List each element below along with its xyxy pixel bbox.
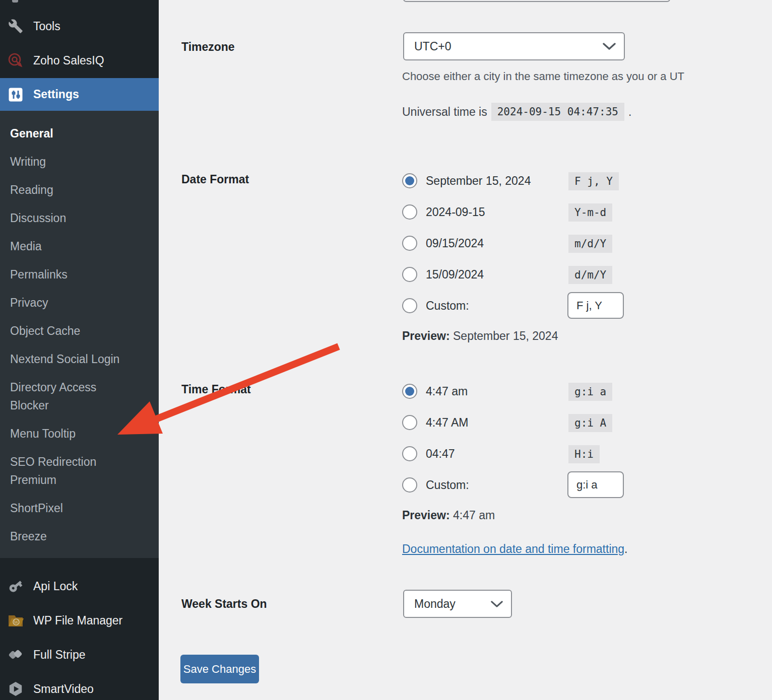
date-format-option-row: 2024-09-15 (402, 198, 485, 226)
date-option-label: 2024-09-15 (426, 205, 485, 219)
date-format-code: m/d/Y (568, 235, 612, 253)
settings-sliders-icon (7, 86, 24, 103)
sidebar-item-label: Full Stripe (33, 648, 86, 662)
radio-date-m-d-y[interactable] (402, 236, 417, 251)
universal-time-line: Universal time is 2024-09-15 04:47:35 . (402, 103, 631, 121)
time-format-option-row: 4:47 am (402, 377, 468, 405)
time-format-custom-row: Custom: (402, 471, 469, 499)
week-starts-on-label: Week Starts On (181, 597, 267, 611)
wrench-icon (7, 18, 24, 35)
admin-sidebar: Tools Zoho SalesIQ Settings (0, 0, 159, 700)
preview-label: Preview: (402, 329, 450, 342)
timezone-description: Choose either a city in the same timezon… (402, 70, 684, 83)
svg-text:W: W (14, 619, 19, 625)
submenu-item-writing[interactable]: Writing (0, 148, 159, 176)
date-format-code: F j, Y (568, 172, 619, 190)
documentation-suffix: . (624, 542, 627, 555)
date-format-custom-row: Custom: (402, 292, 469, 320)
time-format-option-row: 4:47 AM (402, 408, 468, 437)
documentation-link[interactable]: Documentation on date and time formattin… (402, 542, 624, 555)
date-format-custom-input[interactable] (567, 292, 624, 319)
time-format-custom-input[interactable] (567, 471, 624, 498)
time-format-label: Time Format (181, 383, 251, 396)
custom-label: Custom: (426, 299, 469, 313)
smartvideo-icon (7, 680, 24, 697)
submenu-item-directory-access-blocker[interactable]: Directory Access Blocker (0, 373, 116, 419)
chevron-down-icon (603, 40, 616, 53)
radio-time-g-i-a[interactable] (402, 384, 417, 399)
radio-date-y-m-d[interactable] (402, 204, 417, 220)
sidebar-item-smartvideo[interactable]: SmartVideo (0, 672, 159, 700)
submenu-item-discussion[interactable]: Discussion (0, 204, 159, 232)
universal-time-value: 2024-09-15 04:47:35 (491, 103, 624, 121)
universal-time-prefix: Universal time is (402, 105, 487, 119)
sidebar-item-label: SmartVideo (33, 682, 94, 696)
sidebar-item-full-stripe[interactable]: Full Stripe (0, 638, 159, 672)
date-format-code: Y-m-d (568, 203, 612, 222)
sidebar-item-label: WP File Manager (33, 614, 122, 627)
radio-date-custom[interactable] (402, 298, 417, 313)
submenu-item-breeze[interactable]: Breeze (0, 522, 159, 550)
full-stripe-icon (7, 646, 24, 663)
radio-date-f-j-y[interactable] (402, 173, 417, 188)
sidebar-item-tools[interactable]: Tools (0, 9, 159, 43)
sidebar-item-label: Tools (33, 20, 60, 33)
date-option-label: 09/15/2024 (426, 237, 484, 250)
preview-value: 4:47 am (453, 509, 495, 522)
documentation-line: Documentation on date and time formattin… (402, 542, 627, 556)
date-option-label: September 15, 2024 (426, 174, 531, 188)
date-option-label: 15/09/2024 (426, 268, 484, 282)
week-starts-on-select[interactable]: Monday (403, 590, 512, 618)
sidebar-item-wp-file-manager[interactable]: W WP File Manager (0, 603, 159, 638)
timezone-select-value: UTC+0 (414, 40, 452, 53)
preview-value: September 15, 2024 (453, 329, 558, 342)
radio-date-d-m-y[interactable] (402, 267, 417, 282)
time-format-code: g:i A (568, 414, 612, 432)
time-format-code: H:i (568, 445, 600, 463)
date-format-label: Date Format (181, 173, 249, 186)
submenu-item-shortpixel[interactable]: ShortPixel (0, 494, 159, 522)
sidebar-item-zoho-salesiq[interactable]: Zoho SalesIQ (0, 43, 159, 78)
sidebar-item-api-lock[interactable]: Api Lock (0, 569, 159, 603)
radio-time-g-i-A[interactable] (402, 415, 417, 430)
time-format-code: g:i a (568, 383, 612, 401)
sidebar-item-label: Settings (33, 88, 79, 101)
time-option-label: 4:47 am (426, 385, 468, 398)
time-option-label: 04:47 (426, 447, 455, 461)
submenu-item-permalinks[interactable]: Permalinks (0, 260, 159, 289)
timezone-select[interactable]: UTC+0 (403, 32, 625, 60)
preview-label: Preview: (402, 509, 450, 522)
timezone-label: Timezone (181, 40, 235, 54)
save-changes-button[interactable]: Save Changes (180, 655, 259, 683)
custom-label: Custom: (426, 478, 469, 492)
general-settings-content: Timezone UTC+0 Choose either a city in t… (159, 0, 772, 700)
settings-submenu: General Writing Reading Discussion Media… (0, 111, 159, 558)
submenu-item-privacy[interactable]: Privacy (0, 289, 159, 317)
key-icon (7, 578, 24, 595)
date-format-code: d/m/Y (568, 266, 612, 284)
submenu-item-nextend-social-login[interactable]: Nextend Social Login (0, 345, 159, 373)
chevron-down-icon (491, 597, 503, 611)
time-option-label: 4:47 AM (426, 416, 468, 430)
date-format-option-row: September 15, 2024 (402, 167, 531, 195)
week-select-value: Monday (414, 597, 456, 611)
sidebar-item-settings[interactable]: Settings (0, 78, 159, 111)
radio-time-custom[interactable] (402, 477, 417, 493)
date-format-option-row: 09/15/2024 (402, 229, 484, 257)
radio-time-H-i[interactable] (402, 446, 417, 461)
submenu-item-reading[interactable]: Reading (0, 176, 159, 204)
submenu-item-object-cache[interactable]: Object Cache (0, 317, 159, 345)
submenu-item-seo-redirection-premium[interactable]: SEO Redirection Premium (0, 448, 116, 494)
submenu-item-media[interactable]: Media (0, 232, 159, 260)
submenu-item-general[interactable]: General (0, 119, 159, 148)
sidebar-item-label: Zoho SalesIQ (33, 54, 104, 67)
time-format-option-row: 04:47 (402, 440, 455, 468)
zoho-salesiq-icon (7, 52, 24, 69)
date-format-preview: Preview: September 15, 2024 (402, 329, 558, 343)
universal-time-suffix: . (628, 105, 631, 119)
sidebar-item-label: Api Lock (33, 580, 78, 593)
partial-menu-icon (12, 0, 18, 3)
submenu-item-menu-tooltip[interactable]: Menu Tooltip (0, 419, 159, 448)
date-format-option-row: 15/09/2024 (402, 260, 484, 289)
clipped-input-above[interactable] (403, 0, 670, 2)
